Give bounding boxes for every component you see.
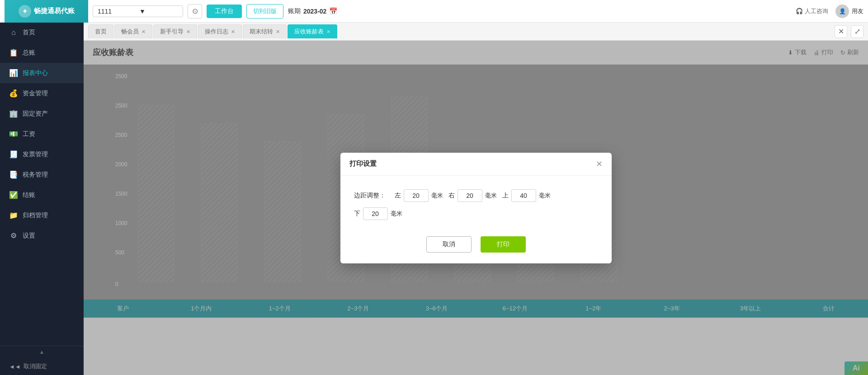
sidebar-bottom: ▲ ◄◄ 取消固定 [0,346,84,375]
settings-icon-btn[interactable]: ⊙ [188,4,202,19]
tab-ar-aging[interactable]: 应收账龄表 ✕ [288,24,337,38]
bottom-label: 下 [354,210,360,218]
logo-icon: ✦ [19,5,31,18]
consult-label: 人工咨询 [805,7,828,15]
tab-close-all-button[interactable]: ✕ [835,25,847,38]
sidebar-label-closing: 结账 [23,191,35,199]
sidebar-item-funds[interactable]: 💰 资金管理 [0,83,84,103]
sidebar-item-reports[interactable]: 📊 报表中心 [0,63,84,83]
sidebar-label-reports: 报表中心 [23,69,48,77]
workbench-button[interactable]: 工作台 [207,5,242,18]
cancel-button[interactable]: 取消 [426,236,472,253]
tab-bar-right: ✕ ⤢ [835,25,863,38]
margin-bottom-group: 下 毫米 [354,207,402,220]
company-dropdown-arrow: ▼ [139,8,178,15]
sidebar-label-archive: 归档管理 [23,211,48,220]
sidebar-item-settings[interactable]: ⚙ 设置 [0,225,84,246]
switch-version-button[interactable]: 切到旧版 [246,4,283,19]
sidebar-label-settings: 设置 [23,232,35,240]
modal-header: 打印设置 ✕ [340,153,612,176]
sidebar-item-archive[interactable]: 📁 归档管理 [0,205,84,225]
reports-icon: 📊 [9,69,18,77]
period-value: 2023-02 [303,8,326,15]
modal-footer: 取消 打印 [340,229,612,263]
content-area: 首页 畅会员 ✕ 新手引导 ✕ 操作日志 ✕ 期末结转 ✕ 应收账龄表 ✕ [84,23,868,375]
unpin-button[interactable]: ◄◄ 取消固定 [0,358,84,375]
tab-ar-aging-close[interactable]: ✕ [326,29,330,35]
company-name: 1111 [98,8,137,15]
invoice-icon: 🧾 [9,150,18,159]
top-unit: 毫米 [539,192,551,200]
modal-overlay: 打印设置 ✕ 边距调整： 左 毫米 右 [84,41,868,375]
print-settings-modal: 打印设置 ✕ 边距调整： 左 毫米 右 [340,153,612,263]
sidebar-label-ledger: 总账 [23,49,35,57]
margin-label: 边距调整： [354,192,386,200]
headset-icon: 🎧 [796,8,803,14]
sidebar-item-home[interactable]: ⌂ 首页 [0,23,84,42]
sidebar-item-tax[interactable]: 📑 税务管理 [0,164,84,185]
tab-guide-close[interactable]: ✕ [186,29,190,35]
scroll-up-indicator[interactable]: ▲ [0,346,84,358]
consult-button[interactable]: 🎧 人工咨询 [796,7,828,15]
sidebar-label-payroll: 工资 [23,130,35,138]
sidebar-item-ledger[interactable]: 📋 总账 [0,42,84,63]
sidebar-label-funds: 资金管理 [23,89,48,98]
closing-icon: ✅ [9,191,18,199]
header-right: 🎧 人工咨询 👤 用友 [796,5,863,18]
tab-oplog[interactable]: 操作日志 ✕ [198,24,242,38]
tab-home[interactable]: 首页 [88,24,113,38]
top-input[interactable] [511,189,536,202]
period-label: 账期 [288,7,301,15]
tab-home-label: 首页 [95,28,107,36]
margin-top-group: 上 毫米 [502,189,551,202]
sidebar: ⌂ 首页 📋 总账 📊 报表中心 💰 资金管理 🏢 固定资产 💵 工资 🧾 发票… [0,23,84,375]
right-label: 右 [448,192,455,200]
bottom-input[interactable] [363,207,388,220]
tax-icon: 📑 [9,170,18,179]
tab-member[interactable]: 畅会员 ✕ [114,24,152,38]
top-label: 上 [502,192,509,200]
sidebar-item-assets[interactable]: 🏢 固定资产 [0,103,84,124]
user-area[interactable]: 👤 用友 [835,5,863,18]
modal-close-button[interactable]: ✕ [596,159,603,169]
sidebar-label-tax: 税务管理 [23,171,48,179]
confirm-print-button[interactable]: 打印 [481,236,526,253]
tab-ar-aging-label: 应收账龄表 [294,28,324,36]
home-icon: ⌂ [9,28,18,37]
tab-period-close-close[interactable]: ✕ [276,29,280,35]
right-unit: 毫米 [485,192,497,200]
calendar-icon[interactable]: 📅 [329,7,338,15]
sidebar-label-invoice: 发票管理 [23,150,48,159]
sidebar-item-invoice[interactable]: 🧾 发票管理 [0,144,84,164]
sidebar-item-closing[interactable]: ✅ 结账 [0,185,84,205]
avatar: 👤 [835,5,849,18]
sidebar-label-assets: 固定资产 [23,110,48,118]
tab-bar: 首页 畅会员 ✕ 新手引导 ✕ 操作日志 ✕ 期末结转 ✕ 应收账龄表 ✕ [84,23,868,41]
tab-member-label: 畅会员 [121,28,139,36]
period-area: 账期 2023-02 📅 [288,7,338,15]
bottom-unit: 毫米 [391,210,402,218]
company-selector[interactable]: 1111 ▼ [93,5,183,17]
user-label: 用友 [852,7,863,15]
right-input[interactable] [458,189,482,202]
tab-period-close[interactable]: 期末结转 ✕ [243,24,287,38]
logo-text: 畅捷通易代账 [34,7,75,15]
pin-icon: ◄◄ [9,363,21,370]
modal-body: 边距调整： 左 毫米 右 毫米 [340,176,612,229]
archive-icon: 📁 [9,211,18,220]
sidebar-item-payroll[interactable]: 💵 工资 [0,124,84,144]
tab-guide[interactable]: 新手引导 ✕ [153,24,197,38]
tab-expand-button[interactable]: ⤢ [851,25,863,38]
margin-right-group: 右 毫米 [448,189,497,202]
tab-oplog-label: 操作日志 [205,28,228,36]
tab-period-close-label: 期末结转 [250,28,273,36]
left-label: 左 [395,192,401,200]
settings-icon: ⚙ [9,231,18,240]
tab-guide-label: 新手引导 [160,28,184,36]
pin-label: 取消固定 [24,362,47,370]
margin-row: 边距调整： 左 毫米 右 毫米 [354,189,598,220]
left-input[interactable] [404,189,429,202]
tab-oplog-close[interactable]: ✕ [231,29,235,35]
tab-member-close[interactable]: ✕ [142,29,146,35]
left-unit: 毫米 [431,192,443,200]
